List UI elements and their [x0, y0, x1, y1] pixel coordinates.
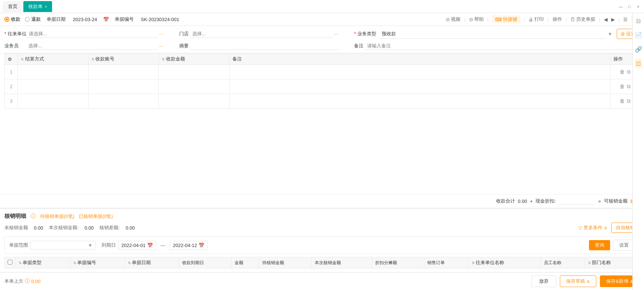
col-due-date: 收款到期日 [179, 257, 232, 269]
equals-sign: = [598, 199, 601, 204]
copy-row-2-icon[interactable]: ⧉ [627, 83, 631, 90]
staff-input[interactable] [26, 42, 157, 50]
summary-row: 收款合计 0.00 + 现金折扣: = 可核销金额 0.00 [0, 194, 644, 208]
side-expand-icon[interactable]: ⊡ [635, 59, 642, 68]
filter-buttons: 查询 设置 [589, 240, 635, 251]
store-ellipsis-btn[interactable]: ··· [332, 31, 339, 37]
store-input[interactable] [190, 30, 332, 38]
tab-home[interactable]: 首页 [3, 1, 23, 12]
col-account: ⇅ 收款账号 [88, 54, 159, 65]
cell-remark-1[interactable] [229, 65, 610, 79]
tab-receipt[interactable]: 收款单 × [23, 1, 52, 12]
select-all-checkbox[interactable] [8, 260, 12, 264]
prev-btn[interactable]: ◀ [604, 17, 608, 22]
verification-info-icon[interactable]: ⓘ [31, 213, 36, 220]
delete-row-3-icon[interactable]: 🗑 [620, 98, 625, 104]
receipt-table: ⚙ ⇅ 结算方式 ⇅ 收款账号 ⇅ 收款金额 备注 操作 [4, 53, 640, 109]
side-table-icon[interactable]: ⊟ [635, 16, 642, 26]
cell-settlement-3[interactable] [18, 94, 89, 109]
more-conditions-btn[interactable]: ▽ 更多条件 ∧ [578, 224, 608, 231]
row-num-2: 2 [5, 79, 18, 94]
side-file-icon[interactable]: 📄 [633, 30, 644, 40]
biz-type-select[interactable]: 预收款 ▼ [380, 30, 612, 39]
date-start-picker[interactable]: 2022-04-01 📅 [118, 241, 156, 250]
window-controls: — □ × [618, 4, 641, 9]
cell-amount-2[interactable] [159, 79, 229, 94]
print-btn[interactable]: 🖨 打印 [529, 16, 544, 23]
completed-tab[interactable]: 已核销单据(0笔) [79, 213, 113, 220]
sort-icon-6[interactable]: ⇅ [128, 261, 131, 265]
table-row: 1 🗑 ⧉ [5, 65, 640, 79]
table-row: 2 🗑 ⧉ [5, 79, 640, 94]
date-field: 单据日期 2023-03-24 📅 [47, 16, 109, 23]
settings-button-2[interactable]: 设置 [613, 240, 635, 251]
cell-remark-3[interactable] [229, 94, 610, 109]
cell-amount-1[interactable] [159, 65, 229, 79]
cell-account-3[interactable] [88, 94, 159, 109]
sort-icon[interactable]: ⇅ [21, 57, 24, 61]
col-partner-name: ⇅ 往来单位名称 [468, 257, 541, 269]
summary-input[interactable] [190, 42, 339, 50]
bottom-label: 本单上欠 [4, 278, 23, 285]
cell-account-2[interactable] [88, 79, 159, 94]
cell-settlement-1[interactable] [18, 65, 89, 79]
staff-ellipsis-btn[interactable]: ··· [157, 43, 165, 49]
radio-refund[interactable]: 退款 [25, 16, 41, 23]
abandon-button[interactable]: 放弃 [531, 275, 556, 287]
bottom-info: 本单上欠 ⓘ 0.00 [4, 278, 40, 285]
sort-icon-4[interactable]: ⇅ [19, 261, 21, 265]
partner-field: 往来单位 ··· [4, 30, 165, 38]
delete-row-2-icon[interactable]: 🗑 [620, 83, 625, 90]
partner-ellipsis-btn[interactable]: ··· [157, 31, 165, 37]
cell-remark-2[interactable] [229, 79, 610, 94]
delete-row-1-icon[interactable]: 🗑 [620, 69, 625, 75]
form-row-2: 业务员 ··· 摘要 备注 [4, 42, 640, 50]
tab-close-icon[interactable]: × [45, 4, 47, 9]
copy-row-1-icon[interactable]: ⧉ [627, 69, 631, 75]
sort-icon-2[interactable]: ⇅ [91, 57, 94, 61]
sort-icon-3[interactable]: ⇅ [162, 57, 165, 61]
date-end-picker[interactable]: 2022-04-12 📅 [170, 241, 208, 250]
help-btn[interactable]: ⊙ 帮助 [469, 16, 484, 23]
side-panel: ⊟ 📄 🔗 ⊡ [632, 13, 644, 290]
query-button[interactable]: 查询 [589, 240, 610, 250]
sort-icon-8[interactable]: ⇅ [588, 261, 591, 265]
current-verif-label: 本次核销金额: [49, 224, 79, 231]
main-content: 收款 退款 单据日期 2023-03-24 📅 单据编号 SK-20230324… [0, 13, 644, 290]
date-calendar-icon[interactable]: 📅 [103, 17, 109, 22]
minimize-button[interactable]: — [618, 4, 624, 9]
store-field: 门店 ··· [179, 30, 339, 38]
sort-icon-7[interactable]: ⇅ [472, 261, 475, 265]
table-settings-icon[interactable]: ⚙ [5, 54, 18, 65]
cell-settlement-2[interactable] [18, 79, 89, 94]
copy-row-3-icon[interactable]: ⧉ [627, 98, 631, 104]
discount-input[interactable] [559, 197, 595, 205]
radio-receipt[interactable]: 收款 [4, 16, 20, 23]
diff-label: 核销差额: [99, 224, 120, 231]
partner-input[interactable] [27, 30, 158, 38]
date-value: 2023-03-24 [73, 17, 97, 22]
close-button[interactable]: × [635, 4, 641, 9]
toolbar: 收款 退款 单据日期 2023-03-24 📅 单据编号 SK-20230324… [0, 13, 644, 26]
shortcut-btn[interactable]: ⌨ 快捷键 [492, 15, 520, 23]
list-view-btn[interactable]: ☰ [623, 17, 628, 22]
doc-range-select[interactable]: ▼ [30, 241, 96, 250]
side-link-icon[interactable]: 🔗 [633, 44, 644, 54]
maximize-button[interactable]: □ [627, 4, 632, 9]
operations-btn[interactable]: 操作 [553, 16, 562, 23]
cell-amount-3[interactable] [159, 94, 229, 109]
verification-table: ⇅ 单据类型 ⇅ 单据编号 ⇅ 单据日期 收款到期日 金额 [4, 257, 640, 269]
next-btn[interactable]: ▶ [611, 17, 615, 22]
cell-account-1[interactable] [88, 65, 159, 79]
bottom-info-icon[interactable]: ⓘ [25, 278, 30, 285]
save-draft-button[interactable]: 保存草稿 ∧ [560, 275, 596, 287]
col-checkbox[interactable] [5, 257, 16, 269]
history-btn[interactable]: 🗒 历史单据 [570, 16, 595, 23]
chevron-up-icon: ∧ [604, 225, 608, 231]
pending-tab[interactable]: 待核销单据(0笔) [40, 213, 74, 220]
video-btn[interactable]: ⊙ 视频 [446, 16, 460, 23]
remark-input[interactable] [365, 42, 640, 50]
sort-icon-5[interactable]: ⇅ [73, 261, 76, 265]
verification-header: 核销明细 ⓘ 待核销单据(0笔) 已核销单据(0笔) [4, 213, 640, 220]
plus-sign: + [530, 199, 533, 204]
